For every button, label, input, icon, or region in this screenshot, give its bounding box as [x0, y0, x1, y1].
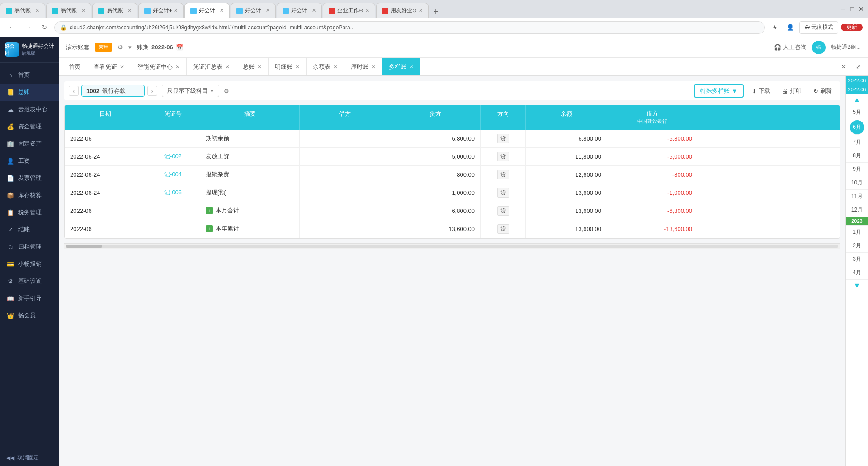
tab-close-icon[interactable]: ✕: [127, 8, 132, 14]
consult-button[interactable]: 🎧 人工咨询: [774, 43, 807, 52]
page-tab-close-icon[interactable]: ✕: [295, 64, 300, 70]
profile-button[interactable]: 👤: [784, 21, 797, 34]
page-tab-close-icon[interactable]: ✕: [371, 64, 376, 70]
back-button[interactable]: ←: [5, 21, 18, 34]
refresh-button[interactable]: ↻ 刷新: [810, 85, 835, 97]
sidebar-item-资金管理[interactable]: 💰 资金管理: [0, 118, 59, 135]
browser-tab-t6[interactable]: 好会计 ✕: [231, 3, 276, 18]
reload-button[interactable]: ↻: [38, 21, 51, 34]
sidebar-item-归档管理[interactable]: 🗂 归档管理: [0, 238, 59, 255]
download-button[interactable]: ⬇ 下载: [748, 85, 774, 97]
multi-col-label: 特殊多栏账: [700, 87, 730, 95]
wuhen-mode-button[interactable]: 🕶 无痕模式: [799, 21, 838, 34]
page-tab-首页[interactable]: 首页: [62, 58, 87, 76]
page-tab-close-icon[interactable]: ✕: [225, 64, 230, 70]
sidebar-item-结账[interactable]: ✓ 结账: [0, 221, 59, 238]
address-field[interactable]: 🔒 cloud2.chanjet.com/accounting/uh26t264…: [54, 21, 765, 34]
right-panel-month-2月[interactable]: 2月: [846, 239, 868, 253]
sidebar-item-库存核算[interactable]: 📦 库存核算: [0, 187, 59, 204]
right-panel-month-8月[interactable]: 8月: [846, 149, 868, 163]
sidebar-item-云报表中心[interactable]: ☁ 云报表中心: [0, 101, 59, 118]
right-panel-month-11月[interactable]: 11月: [846, 190, 868, 203]
sidebar-item-税务管理[interactable]: 📋 税务管理: [0, 204, 59, 221]
minimize-button[interactable]: ─: [840, 6, 846, 12]
tab-close-icon[interactable]: ✕: [174, 8, 178, 14]
sidebar-item-畅会员[interactable]: 👑 畅会员: [0, 307, 59, 324]
maximize-button[interactable]: □: [849, 6, 855, 12]
voucher-link[interactable]: 记-006: [164, 188, 182, 197]
page-tab-凭证汇总表[interactable]: 凭证汇总表✕: [187, 58, 236, 76]
tab-close-icon[interactable]: ✕: [81, 8, 85, 14]
right-panel-month-7月[interactable]: 7月: [846, 136, 868, 149]
page-tab-close-icon[interactable]: ✕: [257, 64, 262, 70]
sidebar-item-工资[interactable]: 👤 工资: [0, 152, 59, 169]
tab-close-icon[interactable]: ✕: [419, 8, 423, 14]
tab-close-icon[interactable]: ✕: [365, 8, 369, 14]
tab-close-icon[interactable]: ✕: [220, 8, 224, 14]
right-panel-month-6月[interactable]: 6月: [850, 120, 864, 135]
settings-icon[interactable]: ⚙: [118, 44, 123, 51]
page-tab-多栏账[interactable]: 多栏账✕: [382, 58, 420, 76]
sidebar-item-固定资产[interactable]: 🏢 固定资产: [0, 135, 59, 152]
right-panel-month-12月[interactable]: 12月: [846, 203, 868, 217]
browser-tab-t5[interactable]: 好会计 ✕: [184, 3, 230, 18]
ledger-settings-icon[interactable]: ⚙: [224, 88, 229, 94]
page-tab-close-icon[interactable]: ✕: [333, 64, 338, 70]
right-panel-month-1月[interactable]: 1月: [846, 226, 868, 239]
tab-close-icon[interactable]: ✕: [312, 8, 316, 14]
new-tab-button[interactable]: +: [429, 5, 442, 18]
next-account-button[interactable]: ›: [147, 86, 157, 96]
tab-close-icon[interactable]: ✕: [266, 8, 270, 14]
page-tab-明细账[interactable]: 明细账✕: [269, 58, 307, 76]
voucher-link[interactable]: 记-004: [164, 170, 182, 179]
right-panel-month-9月[interactable]: 9月: [846, 163, 868, 176]
page-tab-总账[interactable]: 总账✕: [236, 58, 269, 76]
sidebar-item-总账[interactable]: 📒 总账: [0, 84, 59, 101]
multi-col-button[interactable]: 特殊多栏账 ▼: [694, 84, 744, 98]
browser-tab-t1[interactable]: 易代账 ✕: [0, 3, 45, 18]
browser-tab-t3[interactable]: 易代账 ✕: [92, 3, 137, 18]
close-button[interactable]: ✕: [858, 6, 864, 12]
browser-tab-t8[interactable]: 企业工作⊙ ✕: [323, 3, 375, 18]
browser-tab-t7[interactable]: 好会计 ✕: [277, 3, 322, 18]
page-tab-close-icon[interactable]: ✕: [120, 64, 124, 70]
td-date: 2022-06: [65, 220, 146, 238]
right-panel-scroll-up[interactable]: ▲: [846, 94, 868, 106]
browser-tab-t9[interactable]: 用友好业⊙ ✕: [376, 3, 429, 18]
sidebar-item-基础设置[interactable]: ⚙ 基础设置: [0, 273, 59, 290]
sidebar-item-发票管理[interactable]: 📄 发票管理: [0, 169, 59, 187]
collapse-tabs-button[interactable]: ✕: [837, 61, 850, 73]
calendar-icon[interactable]: 📅: [176, 44, 183, 51]
sidebar-footer-pin[interactable]: ◀◀ 取消固定: [0, 449, 59, 466]
right-panel-month-3月[interactable]: 3月: [846, 253, 868, 266]
page-tab-label: 序时账: [351, 63, 368, 71]
right-panel-month-5月[interactable]: 5月: [846, 106, 868, 119]
forward-button[interactable]: →: [22, 21, 34, 34]
bookmark-button[interactable]: ★: [769, 21, 781, 34]
tab-close-icon[interactable]: ✕: [35, 8, 39, 14]
page-tab-close-icon[interactable]: ✕: [175, 64, 180, 70]
page-tab-查看凭证[interactable]: 查看凭证✕: [87, 58, 131, 76]
print-button[interactable]: 🖨 打印: [778, 85, 805, 97]
scrollbar-thumb[interactable]: [66, 245, 102, 248]
voucher-link[interactable]: 记-002: [164, 152, 182, 160]
right-panel-month-2023[interactable]: 2023: [846, 217, 868, 226]
browser-tab-t2[interactable]: 易代账 ✕: [46, 3, 91, 18]
sidebar-item-首页[interactable]: ⌂ 首页: [0, 66, 59, 84]
right-panel-scroll-down[interactable]: ▼: [846, 280, 868, 292]
nav-item-label: 基础设置: [18, 277, 42, 285]
horizontal-scrollbar[interactable]: [64, 243, 840, 249]
page-tab-智能凭证中心[interactable]: 智能凭证中心✕: [131, 58, 187, 76]
filter-button[interactable]: 只显示下级科目 ▼: [162, 85, 219, 97]
sidebar-item-新手引导[interactable]: 📖 新手引导: [0, 290, 59, 307]
page-tab-close-icon[interactable]: ✕: [409, 64, 414, 70]
expand-tabs-button[interactable]: ⤢: [852, 61, 864, 73]
right-panel-month-4月[interactable]: 4月: [846, 266, 868, 280]
page-tab-序时账[interactable]: 序时账✕: [344, 58, 382, 76]
update-button[interactable]: 更新: [841, 24, 863, 31]
browser-tab-t4[interactable]: 好会计♦ ✕: [138, 3, 184, 18]
right-panel-month-10月[interactable]: 10月: [846, 176, 868, 190]
prev-account-button[interactable]: ‹: [69, 86, 79, 96]
sidebar-item-小畅报销[interactable]: 💳 小畅报销: [0, 255, 59, 273]
page-tab-余额表[interactable]: 余额表✕: [307, 58, 344, 76]
